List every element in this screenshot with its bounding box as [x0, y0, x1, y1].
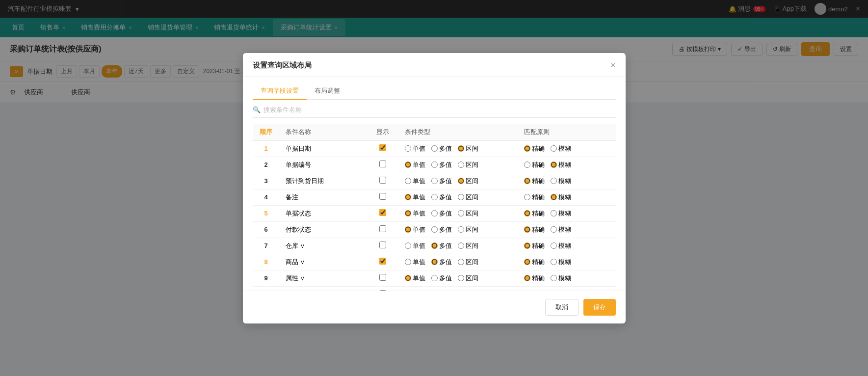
modal-overlay[interactable]: 设置查询区域布局 × 查询字段设置 布局调整 🔍 顺序: [0, 0, 868, 103]
modal-header: 设置查询区域布局 ×: [243, 53, 626, 77]
tab-layout[interactable]: 布局调整: [307, 82, 348, 100]
modal: 设置查询区域布局 × 查询字段设置 布局调整 🔍 顺序: [243, 53, 626, 104]
modal-body: 查询字段设置 布局调整 🔍 顺序 条件名称 显示 条件类型: [243, 77, 626, 104]
modal-close-button[interactable]: ×: [610, 61, 616, 70]
modal-title: 设置查询区域布局: [253, 61, 312, 70]
modal-tabs: 查询字段设置 布局调整: [253, 77, 616, 100]
tab-query-fields[interactable]: 查询字段设置: [253, 82, 307, 100]
